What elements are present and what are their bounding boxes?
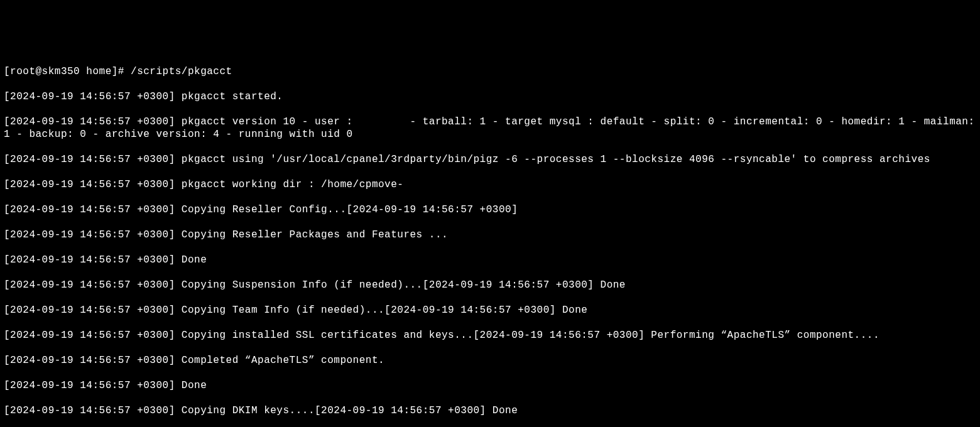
terminal-output: [root@skm350 home]# /scripts/pkgacct [20… (4, 53, 976, 427)
log-line: [2024-09-19 14:56:57 +0300] Copying inst… (4, 329, 976, 342)
log-line: [2024-09-19 14:56:57 +0300] Done (4, 254, 976, 266)
log-line: [2024-09-19 14:56:57 +0300] pkgacct star… (4, 90, 976, 103)
log-line: [2024-09-19 14:56:57 +0300] Copying Rese… (4, 203, 976, 216)
log-line: [2024-09-19 14:56:57 +0300] Done (4, 379, 976, 392)
log-line: [2024-09-19 14:56:57 +0300] Completed “A… (4, 354, 976, 367)
log-line: [2024-09-19 14:56:57 +0300] Copying DKIM… (4, 404, 976, 417)
log-line: [2024-09-19 14:56:57 +0300] pkgacct vers… (4, 116, 976, 141)
log-line: [2024-09-19 14:56:57 +0300] Copying Team… (4, 304, 976, 316)
log-line: [2024-09-19 14:56:57 +0300] Copying Rese… (4, 229, 976, 241)
terminal-prompt: [root@skm350 home]# /scripts/pkgacct (4, 65, 976, 78)
log-line: [2024-09-19 14:56:57 +0300] pkgacct usin… (4, 153, 976, 166)
log-line: [2024-09-19 14:56:57 +0300] pkgacct work… (4, 178, 976, 191)
log-line: [2024-09-19 14:56:57 +0300] Copying Susp… (4, 279, 976, 291)
